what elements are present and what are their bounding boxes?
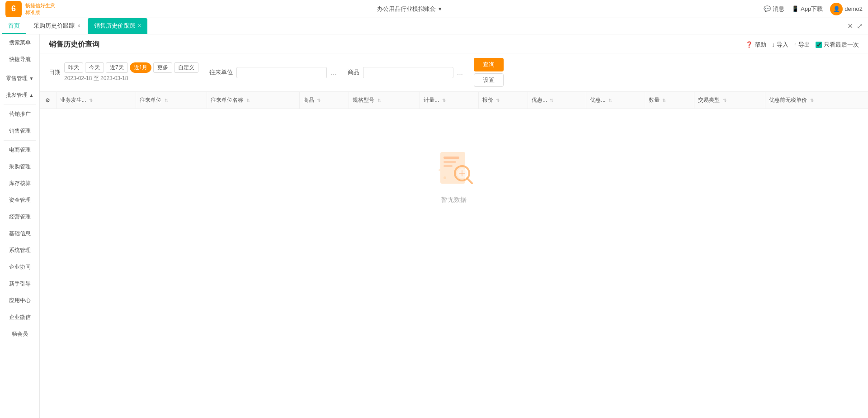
- table-col-settings[interactable]: ⚙: [40, 92, 56, 109]
- marketing-label: 营销推广: [9, 110, 31, 118]
- tab-purchase-label: 采购历史价跟踪: [33, 22, 75, 30]
- sidebar-item-retail-mgmt[interactable]: 零售管理 ▼: [0, 70, 39, 87]
- tab-sales[interactable]: 销售历史价跟踪 ×: [88, 18, 147, 34]
- product-input[interactable]: [363, 67, 453, 78]
- app-selector[interactable]: 办公用品行业模拟账套 ▾: [377, 5, 442, 13]
- user-avatar[interactable]: 👤 demo2: [830, 3, 863, 15]
- sidebar-item-finance[interactable]: 资金管理: [0, 192, 39, 209]
- app-center-label: 应用中心: [9, 297, 31, 304]
- import-button[interactable]: ↓ 导入: [772, 41, 788, 49]
- sort-icon-trade-type: ⇅: [723, 98, 726, 103]
- table-col-pre-tax[interactable]: 优惠前无税单价 ⇅: [765, 92, 868, 109]
- date-btn-custom[interactable]: 自定义: [174, 62, 198, 73]
- table-col-discount2[interactable]: 优惠... ⇅: [586, 92, 645, 109]
- sidebar-item-wechat[interactable]: 企业微信: [0, 309, 39, 326]
- sidebar-item-marketing[interactable]: 营销推广: [0, 106, 39, 123]
- empty-text: 暂无数据: [441, 196, 467, 204]
- retail-mgmt-label: 零售管理: [6, 75, 28, 82]
- wholesale-mgmt-label: 批发管理: [6, 91, 28, 99]
- close-window-button[interactable]: ✕: [847, 22, 853, 30]
- date-filter-label: 日期: [49, 68, 61, 76]
- date-btn-7days[interactable]: 近7天: [106, 62, 128, 73]
- table-col-spec[interactable]: 规格型号 ⇅: [349, 92, 420, 109]
- table-col-biz-date[interactable]: 业务发生... ⇅: [56, 92, 136, 109]
- sales-mgmt-label: 销售管理: [9, 127, 31, 135]
- sidebar-item-purchase-mgmt[interactable]: 采购管理: [0, 158, 39, 175]
- fullscreen-button[interactable]: ⤢: [857, 22, 863, 30]
- settings-icon: ⚙: [45, 97, 50, 104]
- sort-icon-pre-tax: ⇅: [810, 98, 814, 103]
- setting-button[interactable]: 设置: [474, 73, 504, 87]
- svg-rect-1: [443, 157, 459, 159]
- table-col-trade-type[interactable]: 交易类型 ⇅: [694, 92, 765, 109]
- partner-input[interactable]: [236, 67, 327, 78]
- sidebar-item-guide[interactable]: 新手引导: [0, 276, 39, 292]
- sidebar-item-system[interactable]: 系统管理: [0, 242, 39, 259]
- only-last-checkbox-label[interactable]: 只看最后一次: [816, 41, 859, 49]
- sidebar-divider-1: [4, 69, 36, 69]
- sort-icon-product: ⇅: [317, 98, 321, 103]
- sidebar-item-app-center[interactable]: 应用中心: [0, 292, 39, 309]
- page-header-actions: ❓ 帮助 ↓ 导入 ↑ 导出 只看最后一次: [745, 41, 859, 49]
- sort-icon-partner-code: ⇅: [165, 98, 168, 103]
- guide-label: 新手引导: [9, 280, 31, 288]
- table-col-quantity[interactable]: 数量 ⇅: [645, 92, 694, 109]
- tab-sales-close[interactable]: ×: [138, 23, 141, 29]
- sidebar-item-inventory[interactable]: 库存核算: [0, 175, 39, 192]
- date-btn-more[interactable]: 更多: [153, 62, 172, 73]
- date-filter-group: 日期 昨天 今天 近7天 近1月 更多 自定义 2023-02-18 至 202…: [49, 62, 198, 82]
- sidebar-item-wholesale-mgmt[interactable]: 批发管理 ▲: [0, 87, 39, 104]
- query-button[interactable]: 查询: [474, 58, 504, 71]
- main-layout: 搜索菜单 快捷导航 零售管理 ▼ 批发管理 ▲ 营销推广 销售管理 电商管理 采…: [0, 34, 868, 418]
- app-download-button[interactable]: 📱 App下载: [792, 5, 823, 13]
- sidebar-item-operations[interactable]: 经营管理: [0, 209, 39, 225]
- query-actions: 查询 设置: [474, 58, 504, 87]
- message-button[interactable]: 💬 消息: [764, 5, 784, 13]
- tab-purchase[interactable]: 采购历史价跟踪 ×: [27, 18, 87, 34]
- tab-home[interactable]: 首页: [2, 18, 26, 34]
- sort-icon-discount2: ⇅: [609, 98, 612, 103]
- page-title: 销售历史价查询: [49, 40, 99, 49]
- logo-icon: 6: [11, 4, 16, 14]
- date-filter-col: 昨天 今天 近7天 近1月 更多 自定义 2023-02-18 至 2023-0…: [64, 62, 198, 82]
- topbar-left: 6 畅捷信好生意 标准版: [5, 1, 55, 17]
- system-label: 系统管理: [9, 247, 31, 254]
- date-btn-yesterday[interactable]: 昨天: [64, 62, 83, 73]
- sidebar-item-cooperation[interactable]: 企业协同: [0, 259, 39, 276]
- sidebar-item-search-menu[interactable]: 搜索菜单: [0, 34, 39, 51]
- topbar: 6 畅捷信好生意 标准版 办公用品行业模拟账套 ▾ 💬 消息 📱 App下载 👤…: [0, 0, 868, 18]
- table-col-quote[interactable]: 报价 ⇅: [478, 92, 528, 109]
- product-filter-group: 商品 ...: [348, 67, 463, 78]
- sidebar-item-basic-info[interactable]: 基础信息: [0, 225, 39, 242]
- wholesale-mgmt-arrow: ▲: [29, 93, 34, 98]
- sort-icon-partner-name: ⇅: [246, 98, 250, 103]
- svg-point-10: [439, 169, 440, 171]
- sidebar-item-quick-nav[interactable]: 快捷导航: [0, 51, 39, 68]
- filter-bar: 日期 昨天 今天 近7天 近1月 更多 自定义 2023-02-18 至 202…: [40, 53, 868, 92]
- product-dots-button[interactable]: ...: [457, 68, 463, 76]
- table-col-unit[interactable]: 计量... ⇅: [420, 92, 478, 109]
- table-col-product[interactable]: 商品 ⇅: [299, 92, 349, 109]
- avatar-icon: 👤: [833, 6, 840, 12]
- partner-filter-group: 往来单位 ...: [209, 67, 336, 78]
- table-col-partner-name[interactable]: 往来单位名称 ⇅: [207, 92, 299, 109]
- sidebar-item-sales-mgmt[interactable]: 销售管理: [0, 123, 39, 139]
- tab-home-label: 首页: [8, 22, 20, 30]
- sidebar-item-ecommerce[interactable]: 电商管理: [0, 142, 39, 158]
- help-button[interactable]: ❓ 帮助: [745, 41, 766, 49]
- avatar: 👤: [830, 3, 843, 15]
- only-last-checkbox[interactable]: [816, 42, 822, 48]
- basic-info-label: 基础信息: [9, 230, 31, 238]
- sidebar-divider-3: [4, 140, 36, 141]
- quick-nav-label: 快捷导航: [9, 56, 31, 63]
- sidebar-item-vip[interactable]: 畅会员: [0, 326, 39, 342]
- table-col-partner-code[interactable]: 往来单位 ⇅: [136, 92, 207, 109]
- operations-label: 经营管理: [9, 213, 31, 221]
- table-col-discount1[interactable]: 优惠... ⇅: [528, 92, 586, 109]
- export-button[interactable]: ↑ 导出: [794, 41, 811, 49]
- date-btn-1month[interactable]: 近1月: [130, 62, 152, 73]
- tab-purchase-close[interactable]: ×: [77, 23, 80, 29]
- partner-dots-button[interactable]: ...: [330, 68, 336, 76]
- date-btn-today[interactable]: 今天: [85, 62, 104, 73]
- table-container: ⚙ 业务发生... ⇅ 往来单位 ⇅ 往来单位名称 ⇅: [40, 92, 868, 418]
